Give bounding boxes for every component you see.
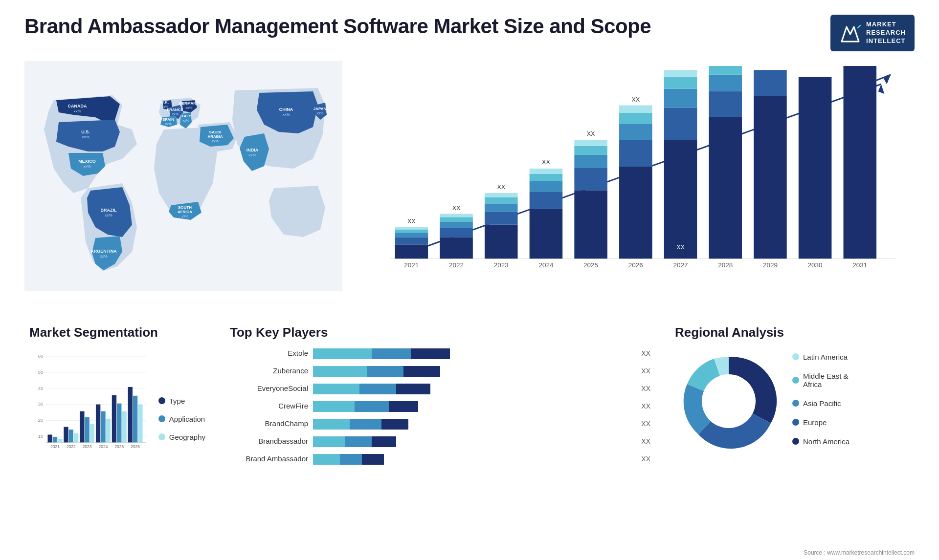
bar-2024: 2024 XX bbox=[530, 159, 563, 268]
legend-ap-label: Asia Pacific bbox=[803, 399, 841, 408]
svg-rect-10 bbox=[395, 233, 428, 237]
map-section: CANADA xx% U.S. xx% MEXICO xx% BRAZIL xx… bbox=[24, 61, 342, 305]
player-everyonesocial-name: EveryoneSocial bbox=[230, 384, 308, 392]
legend-type: Type bbox=[158, 397, 205, 405]
header: Brand Ambassador Management Software Mar… bbox=[24, 15, 915, 51]
svg-rect-36 bbox=[574, 190, 607, 258]
player-brandambassador-value: XX bbox=[641, 455, 650, 463]
svg-rect-58 bbox=[709, 91, 742, 117]
svg-rect-25 bbox=[485, 197, 518, 203]
player-everyonesocial-value: XX bbox=[641, 385, 650, 392]
svg-text:XX: XX bbox=[587, 130, 595, 137]
player-crewfire-name: CrewFire bbox=[230, 402, 308, 410]
legend-application-dot bbox=[158, 415, 165, 422]
svg-rect-119 bbox=[313, 436, 345, 447]
segmentation-content: 60 50 40 30 20 10 bbox=[29, 347, 205, 455]
svg-rect-90 bbox=[96, 404, 100, 442]
bar-2027: 2027 bbox=[664, 70, 697, 268]
svg-rect-8 bbox=[395, 244, 428, 258]
svg-rect-107 bbox=[313, 366, 367, 377]
brazil-label: BRAZIL bbox=[101, 208, 117, 213]
southafrica-label2: AFRICA bbox=[178, 210, 192, 214]
svg-rect-52 bbox=[664, 88, 697, 108]
svg-rect-22 bbox=[485, 224, 518, 258]
svg-rect-23 bbox=[485, 211, 518, 224]
svg-text:40: 40 bbox=[38, 386, 43, 390]
svg-rect-98 bbox=[128, 387, 133, 442]
italy-label: ITALY bbox=[180, 114, 191, 118]
us-value: xx% bbox=[82, 135, 89, 139]
svg-rect-43 bbox=[619, 167, 652, 258]
us-label: U.S. bbox=[81, 129, 90, 134]
svg-rect-92 bbox=[106, 418, 111, 442]
player-brandchamp-value: XX bbox=[641, 420, 650, 428]
svg-rect-33 bbox=[530, 169, 563, 174]
segmentation-title: Market Segmentation bbox=[29, 325, 205, 340]
svg-rect-26 bbox=[485, 193, 518, 197]
year-2028: 2028 bbox=[718, 261, 733, 268]
svg-rect-57 bbox=[709, 117, 742, 258]
china-label: CHINA bbox=[279, 107, 293, 112]
svg-rect-64 bbox=[844, 66, 877, 258]
japan-label: JAPAN bbox=[313, 107, 327, 111]
svg-rect-50 bbox=[664, 140, 697, 258]
svg-rect-45 bbox=[619, 124, 652, 140]
legend-type-dot bbox=[158, 397, 165, 404]
bottom-row: Market Segmentation 60 50 40 30 20 10 bbox=[24, 320, 915, 475]
svg-text:2022: 2022 bbox=[67, 444, 76, 449]
france-value: xx% bbox=[172, 112, 178, 116]
legend-type-label: Type bbox=[169, 397, 185, 405]
year-2029: 2029 bbox=[763, 261, 778, 268]
japan-value: xx% bbox=[316, 111, 323, 115]
svg-rect-18 bbox=[440, 217, 473, 222]
legend-ap-dot bbox=[792, 400, 799, 407]
svg-text:2025: 2025 bbox=[114, 444, 124, 449]
svg-rect-17 bbox=[440, 222, 473, 228]
svg-text:XX: XX bbox=[497, 184, 505, 191]
bar-2029 bbox=[754, 70, 787, 258]
mexico-label: MEXICO bbox=[78, 159, 96, 164]
svg-rect-59 bbox=[709, 74, 742, 91]
growth-bar-chart: 2021 XX 2022 XX bbox=[362, 66, 905, 296]
svg-text:2023: 2023 bbox=[83, 444, 92, 449]
bar-2023: 2023 XX bbox=[485, 184, 518, 268]
svg-rect-46 bbox=[619, 113, 652, 124]
svg-rect-116 bbox=[313, 419, 350, 430]
players-list: Extole XX Zuberance bbox=[230, 347, 650, 465]
player-brandchamp-name: BrandChamp bbox=[230, 419, 308, 428]
bar-2028 bbox=[709, 66, 742, 258]
svg-rect-53 bbox=[664, 76, 697, 88]
content-grid: CANADA xx% U.S. xx% MEXICO xx% BRAZIL xx… bbox=[24, 61, 915, 475]
svg-rect-12 bbox=[395, 227, 428, 229]
svg-rect-100 bbox=[138, 404, 142, 442]
svg-text:XX: XX bbox=[676, 244, 685, 251]
legend-europe: Europe bbox=[792, 418, 850, 427]
spain-label: SPAIN bbox=[162, 117, 174, 122]
source-text: Source : www.marketresearchintellect.com bbox=[804, 549, 915, 556]
logo-icon bbox=[839, 22, 861, 44]
regional-title: Regional Analysis bbox=[675, 325, 910, 340]
saudi-value: xx% bbox=[212, 139, 218, 143]
svg-text:XX: XX bbox=[542, 159, 550, 166]
svg-rect-60 bbox=[709, 66, 742, 75]
svg-text:2024: 2024 bbox=[99, 444, 108, 449]
svg-rect-80 bbox=[58, 439, 62, 443]
page-title: Brand Ambassador Management Software Mar… bbox=[24, 15, 651, 38]
uk-label: U.K. bbox=[161, 100, 169, 105]
svg-rect-31 bbox=[530, 181, 563, 192]
legend-geography-label: Geography bbox=[169, 433, 205, 441]
svg-rect-61 bbox=[754, 96, 787, 258]
southafrica-label: SOUTH bbox=[178, 205, 192, 210]
svg-rect-94 bbox=[112, 395, 116, 442]
segmentation-legend: Type Application Geography bbox=[158, 397, 205, 445]
svg-rect-113 bbox=[313, 401, 355, 412]
player-zuberance-value: XX bbox=[641, 367, 650, 375]
germany-label: GERMANY bbox=[179, 101, 200, 106]
player-zuberance: Zuberance XX bbox=[230, 365, 650, 377]
svg-rect-87 bbox=[85, 417, 89, 442]
svg-point-123 bbox=[702, 374, 756, 428]
legend-na-dot bbox=[792, 438, 799, 445]
svg-text:2027: 2027 bbox=[673, 261, 688, 268]
svg-rect-110 bbox=[313, 384, 359, 394]
svg-rect-122 bbox=[313, 454, 340, 465]
